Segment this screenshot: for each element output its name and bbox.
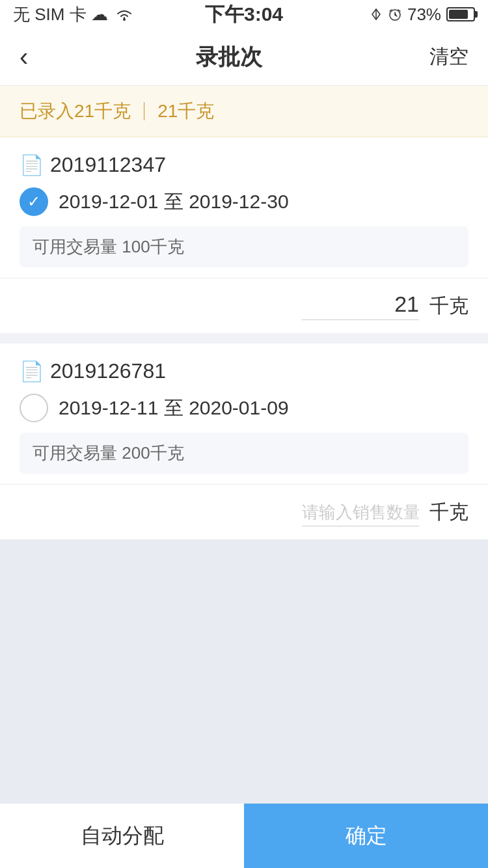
batch-1-unit: 千克: [429, 293, 468, 319]
batch-1-available: 可用交易量 100千克: [20, 226, 468, 267]
batch-1-date-row: 2019-12-01 至 2019-12-30: [0, 183, 488, 220]
separator-1: [0, 333, 488, 344]
svg-point-0: [123, 18, 126, 21]
batch-2-qty-input[interactable]: [302, 498, 419, 526]
batch-2-icon: 📄: [20, 360, 44, 383]
status-bar: 无 SIM 卡 ☁ 下午3:04 73%: [0, 0, 488, 29]
status-time: 下午3:04: [205, 1, 283, 28]
summary-divider: [144, 102, 144, 120]
sim-label: 无 SIM 卡 ☁: [13, 3, 108, 26]
confirm-button[interactable]: 确定: [244, 804, 488, 868]
summary-recorded-label: 已录入21千克: [20, 99, 131, 124]
batch-2-qty-row: 千克: [0, 484, 488, 539]
page-title: 录批次: [196, 42, 262, 72]
batch-2-header: 📄 2019126781: [0, 344, 488, 390]
status-left: 无 SIM 卡 ☁: [13, 3, 134, 26]
back-button[interactable]: ‹: [20, 42, 28, 72]
batch-2-unit: 千克: [429, 499, 468, 526]
batch-2-id: 2019126781: [50, 359, 166, 383]
batch-2-radio[interactable]: [20, 394, 48, 422]
batch-1-qty-row: 千克: [0, 278, 488, 333]
batch-2-date-row: 2019-12-11 至 2020-01-09: [0, 390, 488, 426]
summary-value: 21千克: [157, 99, 214, 124]
batch-1-header: 📄 2019112347: [0, 137, 488, 183]
nav-bar: ‹ 录批次 清空: [0, 29, 488, 86]
battery-icon: [446, 7, 475, 21]
clear-button[interactable]: 清空: [429, 44, 468, 70]
wifi-icon: [115, 7, 134, 21]
batch-1-id: 2019112347: [50, 153, 166, 177]
status-right: 73%: [370, 5, 475, 25]
batch-1-radio[interactable]: [20, 187, 48, 216]
summary-bar: 已录入21千克 21千克: [0, 86, 488, 137]
batch-card-2: 📄 2019126781 2019-12-11 至 2020-01-09 可用交…: [0, 344, 488, 539]
alarm-icon: [388, 7, 402, 21]
battery-percent: 73%: [407, 5, 441, 25]
bottom-bar: 自动分配 确定: [0, 803, 488, 868]
batch-1-date: 2019-12-01 至 2019-12-30: [59, 189, 289, 215]
batch-2-available: 可用交易量 200千克: [20, 433, 468, 474]
batch-1-qty-input[interactable]: [302, 292, 419, 320]
batch-card-1: 📄 2019112347 2019-12-01 至 2019-12-30 可用交…: [0, 137, 488, 333]
location-icon: [370, 8, 383, 21]
auto-distribute-button[interactable]: 自动分配: [0, 804, 244, 868]
batch-2-date: 2019-12-11 至 2020-01-09: [59, 395, 289, 422]
batch-1-icon: 📄: [20, 154, 44, 176]
